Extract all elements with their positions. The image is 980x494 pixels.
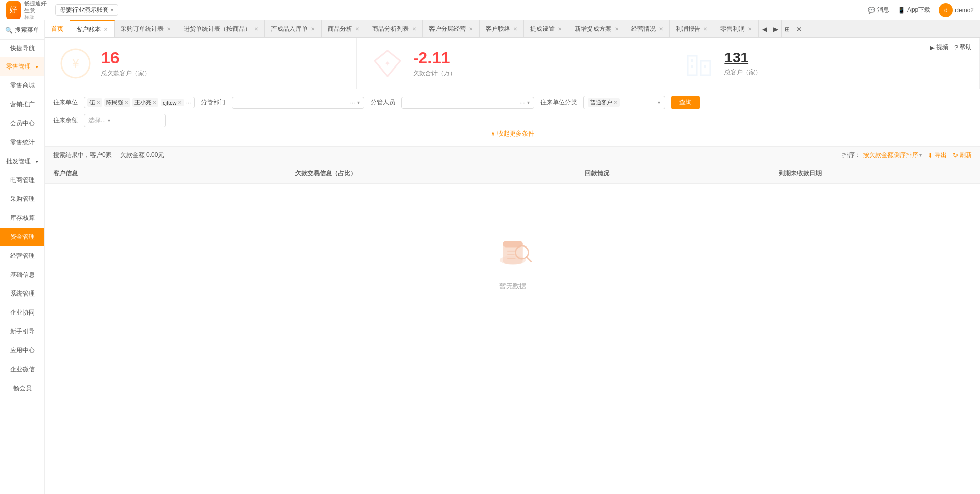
- video-btn[interactable]: ▶ 视频: [930, 43, 948, 52]
- tab-nav-next[interactable]: ▶: [770, 20, 781, 38]
- tab-close-new-scheme[interactable]: ✕: [614, 26, 619, 32]
- tab-operation-status[interactable]: 经营情况 ✕: [625, 20, 670, 38]
- tab-goods-analysis-list[interactable]: 商品分析列表 ✕: [366, 20, 423, 38]
- tab-nav-close-all[interactable]: ✕: [793, 20, 805, 38]
- filter-dept-select[interactable]: ··· ▾: [232, 97, 364, 109]
- col-header-customer: 客户信息: [53, 169, 295, 178]
- refresh-btn[interactable]: ↻ 刷新: [953, 151, 972, 160]
- chevron-up-icon: ∧: [491, 130, 495, 138]
- video-icon: ▶: [930, 44, 935, 51]
- result-bar-left: 搜索结果中，客户0家 欠款金额 0.00元: [53, 151, 164, 160]
- filter-unit-class-tag-close[interactable]: ✕: [613, 100, 618, 105]
- tab-close-operation-status[interactable]: ✕: [659, 26, 663, 32]
- sidebar-item-app-center[interactable]: 应用中心: [0, 341, 44, 360]
- sidebar-item-purchase[interactable]: 采购管理: [0, 190, 44, 209]
- result-actions: 排序： 按欠款金额倒序排序 ▾ ⬇ 导出 ↻ 刷新: [842, 151, 972, 160]
- tab-close-goods-analysis[interactable]: ✕: [355, 26, 359, 32]
- sidebar-item-retail-stats[interactable]: 零售统计: [0, 133, 44, 152]
- sidebar-quick-nav[interactable]: 快捷导航: [0, 40, 44, 57]
- tab-customer-contact[interactable]: 客户联络 ✕: [480, 20, 524, 38]
- chevron-down-icon: ▾: [527, 100, 530, 105]
- tab-close-purchase-orders[interactable]: ✕: [167, 26, 171, 32]
- filter-tag-chen: 陈民强 ✕: [104, 98, 130, 107]
- tab-close-goods-analysis-list[interactable]: ✕: [412, 26, 416, 32]
- chevron-down-icon: ▾: [658, 100, 660, 105]
- tab-goods-analysis[interactable]: 商品分析 ✕: [322, 20, 366, 38]
- filter-person-select[interactable]: ··· ▾: [401, 97, 534, 109]
- tab-new-scheme[interactable]: 新增提成方案 ✕: [568, 20, 625, 38]
- tab-close-retail-profit[interactable]: ✕: [748, 26, 752, 32]
- sidebar-item-retail-mall[interactable]: 零售商城: [0, 76, 44, 95]
- sort-select[interactable]: 按欠款金额倒序排序 ▾: [863, 151, 922, 160]
- sidebar-item-new-guide[interactable]: 新手引导: [0, 322, 44, 341]
- tab-cost-in[interactable]: 产成品入库单 ✕: [265, 20, 322, 38]
- filter-tag-close-chen[interactable]: ✕: [124, 100, 128, 105]
- tab-home[interactable]: 首页: [45, 20, 70, 38]
- tab-push-settings[interactable]: 提成设置 ✕: [524, 20, 568, 38]
- tab-nav-prev[interactable]: ◀: [759, 20, 770, 38]
- tab-purchase-orders[interactable]: 采购订单统计表 ✕: [115, 20, 177, 38]
- filter-more-btn[interactable]: ···: [186, 99, 191, 106]
- sidebar-item-wholesale[interactable]: 批发管理 ▾: [0, 152, 44, 171]
- tab-close-push-settings[interactable]: ✕: [558, 26, 562, 32]
- stat-label-total: 总客户（家）: [724, 68, 761, 77]
- tab-close-cost-in[interactable]: ✕: [311, 26, 315, 32]
- collapse-row: ∧ 收起更多条件: [53, 127, 972, 140]
- export-btn[interactable]: ⬇ 导出: [928, 151, 947, 160]
- tab-close-stock-stat[interactable]: ✕: [254, 26, 258, 32]
- sidebar-item-base-info[interactable]: 基础信息: [0, 265, 44, 284]
- help-btn[interactable]: ? 帮助: [954, 43, 972, 52]
- sort-area: 排序： 按欠款金额倒序排序 ▾: [842, 151, 922, 160]
- collapse-button[interactable]: ∧ 收起更多条件: [491, 129, 534, 138]
- sidebar-item-vip-member[interactable]: 畅会员: [0, 379, 44, 398]
- filter-label-amount: 往来余额: [53, 116, 78, 125]
- filter-tag-close-cjttcw[interactable]: ✕: [178, 100, 182, 105]
- top-bar-right: 💬 消息 📱 App下载 d demo2: [868, 3, 974, 17]
- query-button[interactable]: 查询: [671, 96, 700, 109]
- sidebar-item-sys-manage[interactable]: 系统管理: [0, 284, 44, 303]
- help-icon: ?: [954, 44, 958, 51]
- filter-unit-class-select[interactable]: 普通客户 ✕ ▾: [583, 96, 665, 109]
- sidebar-item-finance[interactable]: 资金管理: [0, 228, 44, 246]
- filter-unit-tags[interactable]: 伍 ✕ 陈民强 ✕ 王小亮 ✕ cjttcw ✕: [84, 97, 195, 108]
- chevron-icon: ▾: [36, 64, 38, 70]
- sidebar-item-operation[interactable]: 经营管理: [0, 246, 44, 265]
- sidebar-item-marketing[interactable]: 营销推广: [0, 95, 44, 114]
- tab-close-customer-segment[interactable]: ✕: [469, 26, 473, 32]
- svg-line-13: [527, 257, 531, 262]
- filter-tag-close-wu[interactable]: ✕: [96, 100, 100, 105]
- tab-close-accounts[interactable]: ✕: [104, 27, 108, 32]
- tab-customer-segment[interactable]: 客户分层经营 ✕: [423, 20, 480, 38]
- empty-state: 暂无数据: [45, 184, 980, 332]
- account-selector[interactable]: 母婴行业演示账套 ▾: [55, 4, 118, 16]
- filter-tag-cjttcw: cjttcw ✕: [161, 99, 184, 106]
- sidebar-item-ecommerce[interactable]: 电商管理: [0, 171, 44, 190]
- sidebar-item-stock[interactable]: 库存核算: [0, 209, 44, 228]
- filter-tag-wang: 王小亮 ✕: [132, 98, 158, 107]
- filter-label-unit: 往来单位: [53, 98, 78, 107]
- sidebar-item-member[interactable]: 会员中心: [0, 114, 44, 133]
- search-icon: 🔍: [5, 27, 13, 34]
- stat-icon-money: ¥: [60, 48, 91, 79]
- sidebar-search[interactable]: 🔍 搜索菜单: [0, 20, 44, 40]
- tab-close-customer-contact[interactable]: ✕: [513, 26, 517, 32]
- search-result-text: 搜索结果中，客户0家: [53, 151, 112, 160]
- sidebar-item-enterprise-wechat[interactable]: 企业微信: [0, 360, 44, 379]
- logo-icon: 好: [6, 1, 21, 19]
- app-download-btn[interactable]: 📱 App下载: [898, 6, 930, 14]
- svg-rect-8: [704, 65, 706, 68]
- tab-close-profit-report[interactable]: ✕: [703, 26, 708, 32]
- sidebar-item-retail[interactable]: 零售管理 ▾: [0, 57, 44, 76]
- col-header-debt: 欠款交易信息（占比）: [295, 169, 585, 178]
- tab-retail-profit[interactable]: 零售利润 ✕: [714, 20, 759, 38]
- filter-tag-close-wang[interactable]: ✕: [152, 100, 156, 105]
- message-btn[interactable]: 💬 消息: [868, 6, 890, 14]
- amount-filter-select[interactable]: 选择... ▾: [84, 114, 166, 127]
- tab-profit-report[interactable]: 利润报告 ✕: [670, 20, 714, 38]
- tab-nav-expand[interactable]: ⊞: [781, 20, 793, 38]
- tab-accounts[interactable]: 客户账本 ✕: [70, 20, 115, 38]
- tab-stock-stat[interactable]: 进货单统计表（按商品） ✕: [177, 20, 265, 38]
- sidebar-item-enterprise-collab[interactable]: 企业协同: [0, 303, 44, 322]
- user-avatar-btn[interactable]: d demo2: [939, 3, 974, 17]
- filter-row-1: 往来单位 伍 ✕ 陈民强 ✕ 王小亮 ✕: [53, 96, 972, 109]
